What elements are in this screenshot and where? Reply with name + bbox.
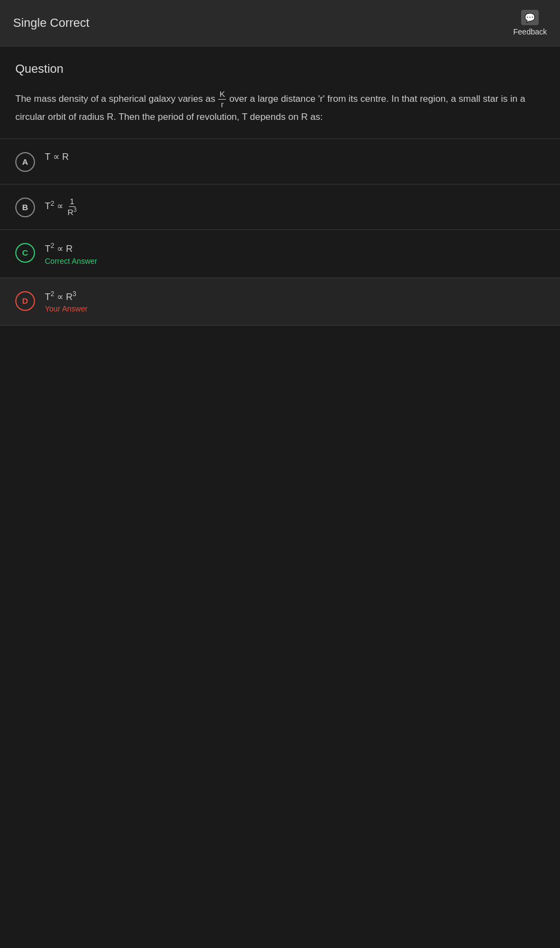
option-d-math: T2 ∝ R3 bbox=[45, 290, 88, 303]
option-b-row[interactable]: B T2 ∝ 1 R3 bbox=[0, 184, 560, 230]
option-d-circle: D bbox=[15, 291, 35, 311]
options-container: A T ∝ R B T2 ∝ 1 R3 C T2 ∝ R Correct bbox=[0, 139, 560, 326]
option-a-math: T ∝ R bbox=[45, 151, 69, 163]
option-c-math: T2 ∝ R bbox=[45, 242, 97, 255]
feedback-label: Feedback bbox=[514, 27, 547, 36]
option-b-math: T2 ∝ 1 R3 bbox=[45, 196, 78, 217]
option-b-frac-num: 1 bbox=[69, 196, 75, 207]
question-text-part1: The mass density of a spherical galaxy v… bbox=[15, 94, 215, 104]
option-d-row[interactable]: D T2 ∝ R3 Your Answer bbox=[0, 278, 560, 326]
option-a-row[interactable]: A T ∝ R bbox=[0, 139, 560, 184]
option-a-content: T ∝ R bbox=[45, 151, 69, 163]
page-title: Single Correct bbox=[13, 16, 89, 30]
fraction-numerator: K bbox=[218, 89, 226, 100]
question-section: Question The mass density of a spherical… bbox=[0, 47, 560, 139]
your-answer-label: Your Answer bbox=[45, 304, 88, 313]
option-c-circle: C bbox=[15, 243, 35, 263]
feedback-icon: 💬 bbox=[521, 10, 539, 25]
option-c-row[interactable]: C T2 ∝ R Correct Answer bbox=[0, 230, 560, 278]
question-label: Question bbox=[15, 62, 545, 76]
option-b-content: T2 ∝ 1 R3 bbox=[45, 196, 78, 217]
option-a-circle: A bbox=[15, 152, 35, 172]
fraction-denominator: r bbox=[220, 100, 225, 109]
header: Single Correct 💬 Feedback bbox=[0, 0, 560, 47]
option-c-content: T2 ∝ R Correct Answer bbox=[45, 242, 97, 265]
question-body: The mass density of a spherical galaxy v… bbox=[15, 89, 545, 125]
correct-answer-label: Correct Answer bbox=[45, 257, 97, 265]
fraction-kr: K r bbox=[218, 94, 229, 104]
option-b-circle: B bbox=[15, 198, 35, 217]
option-b-frac-den: R3 bbox=[67, 207, 78, 217]
option-d-content: T2 ∝ R3 Your Answer bbox=[45, 290, 88, 314]
feedback-button[interactable]: 💬 Feedback bbox=[514, 10, 547, 36]
